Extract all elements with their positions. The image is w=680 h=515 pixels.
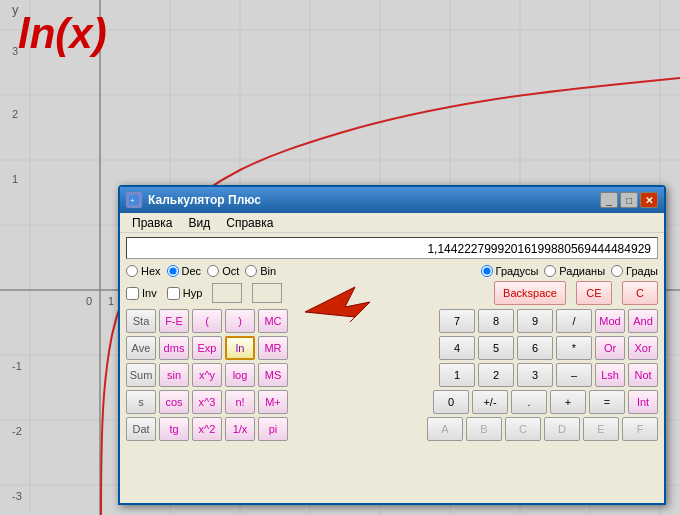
equals-button[interactable]: = [589, 390, 625, 414]
radians-radio[interactable] [544, 265, 556, 277]
dec-label: Dec [182, 265, 202, 277]
plus-button[interactable]: + [550, 390, 586, 414]
num3-button[interactable]: 3 [517, 363, 553, 387]
sin-button[interactable]: sin [159, 363, 189, 387]
sta-button[interactable]: Sta [126, 309, 156, 333]
svg-text:+: + [130, 196, 135, 205]
bin-radio[interactable] [245, 265, 257, 277]
dot-button[interactable]: . [511, 390, 547, 414]
dec-radio-group[interactable]: Dec [167, 265, 202, 277]
open-paren-button[interactable]: ( [192, 309, 222, 333]
grady-radio[interactable] [611, 265, 623, 277]
hexe-button[interactable]: E [583, 417, 619, 441]
num0-button[interactable]: 0 [433, 390, 469, 414]
factorial-button[interactable]: n! [225, 390, 255, 414]
button-row-5: Dat tg x^2 1/x pi A B C D E F [126, 417, 658, 441]
oct-radio-group[interactable]: Oct [207, 265, 239, 277]
oct-radio[interactable] [207, 265, 219, 277]
exp-button[interactable]: Exp [192, 336, 222, 360]
graph-label: ln(x) [18, 10, 107, 58]
menu-spravka[interactable]: Справка [218, 216, 281, 230]
close-paren-button[interactable]: ) [225, 309, 255, 333]
hyp-check-group[interactable]: Hyp [167, 287, 203, 300]
num7-button[interactable]: 7 [439, 309, 475, 333]
grady-radio-group[interactable]: Грады [611, 265, 658, 277]
xor-button[interactable]: Xor [628, 336, 658, 360]
mr-button[interactable]: MR [258, 336, 288, 360]
x3-button[interactable]: x^3 [192, 390, 222, 414]
mplus-button[interactable]: M+ [258, 390, 288, 414]
ce-button[interactable]: CE [576, 281, 612, 305]
small-box-1 [212, 283, 242, 303]
bin-radio-group[interactable]: Bin [245, 265, 276, 277]
num8-button[interactable]: 8 [478, 309, 514, 333]
close-button[interactable]: ✕ [640, 192, 658, 208]
mc-button[interactable]: MC [258, 309, 288, 333]
num6-button[interactable]: 6 [517, 336, 553, 360]
sum-button[interactable]: Sum [126, 363, 156, 387]
degrees-radio[interactable] [481, 265, 493, 277]
hex-radio-group[interactable]: Hex [126, 265, 161, 277]
ln-button[interactable]: ln [225, 336, 255, 360]
hyp-checkbox[interactable] [167, 287, 180, 300]
radians-radio-group[interactable]: Радианы [544, 265, 605, 277]
num2-button[interactable]: 2 [478, 363, 514, 387]
svg-text:2: 2 [12, 108, 18, 120]
pi-button[interactable]: pi [258, 417, 288, 441]
hexd-button[interactable]: D [544, 417, 580, 441]
dec-radio[interactable] [167, 265, 179, 277]
menu-pravka[interactable]: Правка [124, 216, 181, 230]
x2-button[interactable]: x^2 [192, 417, 222, 441]
dat-button[interactable]: Dat [126, 417, 156, 441]
num5-button[interactable]: 5 [478, 336, 514, 360]
svg-text:-2: -2 [12, 425, 22, 437]
inv-checkbox[interactable] [126, 287, 139, 300]
mod-button[interactable]: Mod [595, 309, 625, 333]
inv-label: Inv [142, 287, 157, 299]
reciprocal-button[interactable]: 1/x [225, 417, 255, 441]
fe-button[interactable]: F-E [159, 309, 189, 333]
lsh-button[interactable]: Lsh [595, 363, 625, 387]
num9-button[interactable]: 9 [517, 309, 553, 333]
s-button[interactable]: s [126, 390, 156, 414]
hex-radio[interactable] [126, 265, 138, 277]
dms-button[interactable]: dms [159, 336, 189, 360]
display: 1,14422279992016199880569444484929 [126, 237, 658, 259]
cos-button[interactable]: cos [159, 390, 189, 414]
backspace-button[interactable]: Backspace [494, 281, 566, 305]
int-button[interactable]: Int [628, 390, 658, 414]
small-box-2 [252, 283, 282, 303]
menu-vid[interactable]: Вид [181, 216, 219, 230]
minimize-button[interactable]: _ [600, 192, 618, 208]
or-button[interactable]: Or [595, 336, 625, 360]
divide-button[interactable]: / [556, 309, 592, 333]
not-button[interactable]: Not [628, 363, 658, 387]
degrees-label: Градусы [496, 265, 539, 277]
ave-button[interactable]: Ave [126, 336, 156, 360]
inv-check-group[interactable]: Inv [126, 287, 157, 300]
minus-button[interactable]: – [556, 363, 592, 387]
title-bar: + Калькулятор Плюс _ □ ✕ [120, 187, 664, 213]
plusminus-button[interactable]: +/- [472, 390, 508, 414]
hexf-button[interactable]: F [622, 417, 658, 441]
log-button[interactable]: log [225, 363, 255, 387]
c-button[interactable]: C [622, 281, 658, 305]
hyp-label: Hyp [183, 287, 203, 299]
button-area: Sta F-E ( ) MC 7 8 9 / Mod And Ave dms E… [120, 307, 664, 446]
hexc-button[interactable]: C [505, 417, 541, 441]
and-button[interactable]: And [628, 309, 658, 333]
num1-button[interactable]: 1 [439, 363, 475, 387]
degrees-radio-group[interactable]: Градусы [481, 265, 539, 277]
button-row-2: Ave dms Exp ln MR 4 5 6 * Or Xor [126, 336, 658, 360]
ms-button[interactable]: MS [258, 363, 288, 387]
grady-label: Грады [626, 265, 658, 277]
num4-button[interactable]: 4 [439, 336, 475, 360]
tg-button[interactable]: tg [159, 417, 189, 441]
checkbox-row: Inv Hyp Backspace CE C [120, 279, 664, 307]
hexb-button[interactable]: B [466, 417, 502, 441]
multiply-button[interactable]: * [556, 336, 592, 360]
hexa-button[interactable]: A [427, 417, 463, 441]
svg-text:0: 0 [86, 295, 92, 307]
maximize-button[interactable]: □ [620, 192, 638, 208]
xy-button[interactable]: x^y [192, 363, 222, 387]
